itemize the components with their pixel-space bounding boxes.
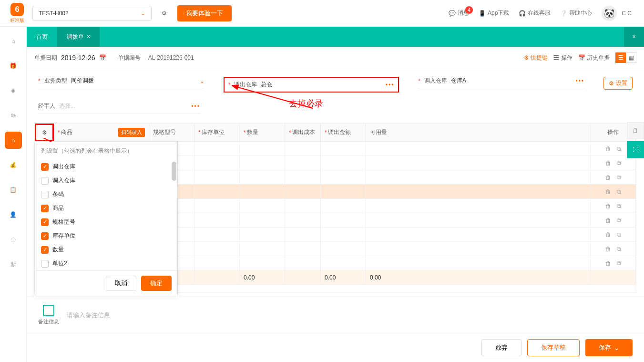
calendar-icon[interactable]: 📅	[99, 54, 106, 61]
chevron-down-icon: ⌄	[614, 344, 619, 352]
sidebar-clipboard[interactable]: 📋	[5, 181, 22, 198]
more-icon[interactable]: •••	[575, 78, 584, 84]
more-icon[interactable]: •••	[191, 103, 200, 110]
column-option[interactable]: ✓调出仓库	[41, 160, 172, 174]
cancel-button[interactable]: 取消	[106, 276, 136, 291]
gift-icon: 🎁	[10, 62, 17, 69]
delete-icon[interactable]: 🗑	[605, 188, 611, 195]
column-option[interactable]: ✓规格型号	[41, 215, 172, 229]
copy-icon[interactable]: ⧉	[617, 188, 621, 195]
float-note-button[interactable]: 🗒	[627, 122, 644, 139]
money-icon: 💰	[10, 162, 17, 168]
sidebar-home[interactable]: ⌂	[5, 32, 22, 50]
delete-icon[interactable]: 🗑	[605, 217, 611, 224]
operation-link[interactable]: ☰ 操作	[553, 54, 572, 62]
sidebar-money[interactable]: 💰	[5, 156, 22, 174]
chevron-down-icon: ⌄	[141, 10, 145, 17]
column-option[interactable]: 条码	[41, 187, 172, 201]
column-option[interactable]: 调入仓库	[41, 174, 172, 187]
shortcut-link[interactable]: ⚙ 快捷键	[524, 54, 548, 62]
copy-icon[interactable]: ⧉	[617, 260, 621, 267]
date-value[interactable]: 2019-12-26	[61, 54, 95, 62]
float-expand-button[interactable]: ⛶	[627, 141, 644, 158]
delete-icon[interactable]: 🗑	[605, 231, 611, 238]
biz-type-value: 同价调拨	[71, 77, 196, 85]
confirm-button[interactable]: 确定	[141, 276, 172, 291]
company-name: TEST-H002	[39, 10, 69, 17]
checkbox[interactable]	[41, 177, 49, 185]
copy-icon[interactable]: ⧉	[617, 145, 621, 152]
column-option[interactable]: ✓数量	[41, 243, 172, 257]
copy-icon[interactable]: ⧉	[617, 174, 621, 181]
copy-icon[interactable]: ⧉	[617, 160, 621, 166]
messages-button[interactable]: 💬 消息 4	[449, 9, 469, 17]
sidebar-bag[interactable]: 🛍	[5, 107, 22, 124]
column-option-label: 调入仓库	[52, 176, 75, 185]
scrollbar[interactable]	[172, 162, 176, 181]
popup-list[interactable]: ✓调出仓库调入仓库条码✓商品✓规格型号✓库存单位✓数量单位2	[35, 160, 177, 270]
close-all-tabs[interactable]: ×	[624, 27, 644, 47]
sidebar-loading[interactable]: ◌	[5, 231, 22, 248]
sidebar-warehouse[interactable]: ⌂	[5, 132, 22, 149]
biz-type-field[interactable]: * 业务类型 同价调拨 ⌄	[38, 77, 204, 88]
settings-gear-button[interactable]: ⚙	[156, 6, 172, 21]
sidebar-gift[interactable]: 🎁	[5, 57, 22, 74]
remarks-input[interactable]	[67, 311, 633, 319]
phone-icon: 📱	[479, 10, 486, 17]
save-draft-button[interactable]: 保存草稿	[527, 339, 580, 356]
delete-icon[interactable]: 🗑	[605, 260, 611, 267]
home-icon: ⌂	[11, 38, 15, 44]
sidebar-diamond[interactable]: ◈	[5, 82, 22, 99]
sidebar-contact[interactable]: 👤	[5, 206, 22, 223]
history-link[interactable]: 📅 历史单据	[578, 54, 610, 62]
column-option[interactable]: ✓库存单位	[41, 229, 172, 243]
col-unit: *库存单位	[194, 124, 240, 141]
delete-icon[interactable]: 🗑	[605, 145, 611, 152]
tab-home[interactable]: 首页	[27, 27, 57, 47]
help-center-button[interactable]: ❔ 帮助中心	[560, 9, 592, 17]
delete-icon[interactable]: 🗑	[605, 203, 611, 209]
user-menu[interactable]: 🐼 C C	[602, 6, 632, 21]
copy-icon[interactable]: ⧉	[617, 246, 621, 252]
copy-icon[interactable]: ⧉	[617, 217, 621, 224]
discard-button[interactable]: 放弃	[481, 339, 521, 356]
copy-icon[interactable]: ⧉	[617, 231, 621, 238]
checkbox[interactable]: ✓	[41, 163, 49, 171]
trial-button[interactable]: 我要体验一下	[177, 5, 232, 21]
app-download-button[interactable]: 📱 App下载	[479, 9, 509, 17]
checkbox[interactable]: ✓	[41, 232, 49, 240]
delete-icon[interactable]: 🗑	[605, 174, 611, 181]
settings-button[interactable]: ⚙ 设置	[603, 77, 633, 90]
delete-icon[interactable]: 🗑	[605, 160, 611, 166]
tab-transfer[interactable]: 调拨单 ×	[57, 27, 100, 47]
checkbox[interactable]	[41, 260, 49, 268]
col-product: *商品 扫码录入	[54, 124, 149, 141]
more-icon[interactable]: •••	[386, 82, 395, 88]
handler-field[interactable]: 经手人 选择... •••	[38, 102, 200, 114]
view-grid[interactable]: ▦	[626, 52, 636, 63]
out-warehouse-value: 总仓	[261, 81, 381, 89]
checkbox[interactable]: ✓	[41, 246, 49, 254]
col-avail: 可用量	[366, 124, 591, 141]
out-warehouse-label: 调出仓库	[234, 81, 257, 89]
save-button-label: 保存	[599, 343, 611, 352]
sidebar-new[interactable]: 新	[5, 256, 22, 273]
column-settings-button[interactable]: ⚙	[35, 124, 54, 141]
online-service-button[interactable]: 🎧 在线客服	[519, 9, 551, 17]
save-button[interactable]: 保存 ⌄	[585, 339, 633, 356]
view-list[interactable]: ☰	[615, 52, 626, 63]
in-warehouse-field[interactable]: * 调入仓库 仓库A •••	[418, 77, 584, 88]
delete-icon[interactable]: 🗑	[605, 246, 611, 252]
column-option[interactable]: ✓商品	[41, 201, 172, 215]
company-select[interactable]: TEST-H002 ⌄	[32, 6, 152, 21]
column-option[interactable]: 单位2	[41, 257, 172, 270]
checkbox[interactable]: ✓	[41, 205, 49, 212]
out-warehouse-field[interactable]: * 调出仓库 总仓 •••	[224, 77, 399, 93]
scan-badge[interactable]: 扫码录入	[118, 128, 145, 137]
close-icon[interactable]: ×	[87, 33, 90, 40]
checkbox[interactable]	[41, 191, 49, 198]
checkbox[interactable]: ✓	[41, 218, 49, 226]
message-icon: 💬	[449, 10, 456, 17]
copy-icon[interactable]: ⧉	[617, 203, 621, 209]
history-label: 历史单据	[587, 54, 610, 61]
